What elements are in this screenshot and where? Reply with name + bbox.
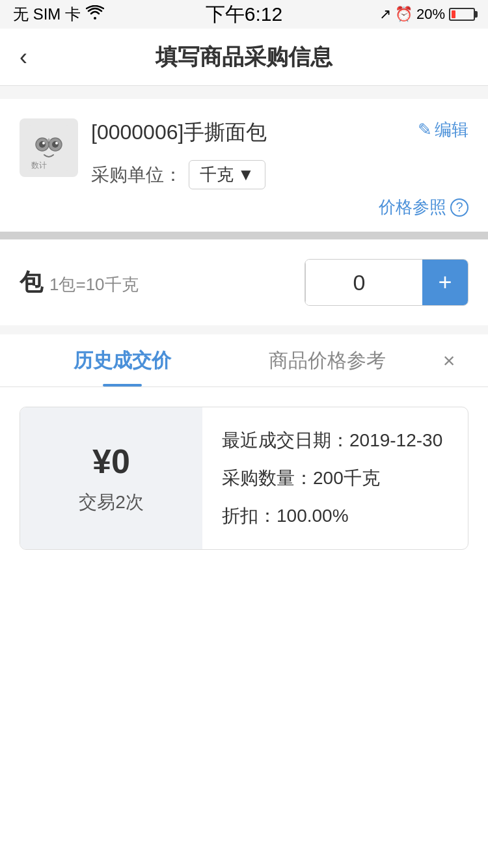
status-time: 下午6:12 bbox=[206, 1, 282, 28]
price-card-left: ¥0 交易2次 bbox=[20, 407, 202, 549]
battery-fill bbox=[452, 10, 455, 18]
product-left: 数计 [0000006]手撕面包 采购单位： 千克 ▼ bbox=[20, 118, 267, 189]
unit-dropdown[interactable]: 千克 ▼ bbox=[189, 160, 265, 189]
page-title: 填写商品采购信息 bbox=[156, 42, 332, 72]
quantity-plus-button[interactable]: + bbox=[422, 260, 468, 305]
gray-divider bbox=[0, 232, 488, 239]
quantity-unit-conversion: 1包=10千克 bbox=[49, 273, 139, 296]
discount-label: 折扣： bbox=[222, 506, 277, 526]
status-left: 无 SIM 卡 bbox=[13, 4, 104, 25]
status-right: ↗ ⏰ 20% bbox=[379, 6, 475, 23]
product-top-row: 数计 [0000006]手撕面包 采购单位： 千克 ▼ ✎ 编辑 bbox=[20, 118, 468, 189]
svg-point-3 bbox=[39, 141, 46, 148]
carrier-text: 无 SIM 卡 bbox=[13, 4, 81, 25]
quantity-unit-big: 包 bbox=[20, 267, 43, 299]
purchase-quantity-row: 采购数量：200千克 bbox=[222, 465, 448, 492]
back-button[interactable]: ‹ bbox=[20, 44, 27, 71]
recent-date-row: 最近成交日期：2019-12-30 bbox=[222, 427, 448, 454]
svg-point-5 bbox=[42, 142, 45, 144]
edit-icon: ✎ bbox=[418, 120, 432, 140]
recent-date-value: 2019-12-30 bbox=[349, 430, 442, 450]
price-amount: ¥0 bbox=[92, 442, 130, 481]
tab-bar: 历史成交价 商品价格参考 × bbox=[0, 334, 488, 387]
product-info: [0000006]手撕面包 采购单位： 千克 ▼ bbox=[91, 118, 267, 189]
dropdown-arrow-icon: ▼ bbox=[237, 165, 254, 185]
svg-point-4 bbox=[52, 141, 59, 148]
edit-button[interactable]: ✎ 编辑 bbox=[418, 118, 468, 141]
quantity-control: + bbox=[305, 259, 468, 306]
tab-close-button[interactable]: × bbox=[429, 334, 468, 387]
product-name: [0000006]手撕面包 bbox=[91, 118, 267, 147]
price-card: ¥0 交易2次 最近成交日期：2019-12-30 采购数量：200千克 折扣：… bbox=[20, 407, 468, 550]
price-ref-row: 价格参照 ? bbox=[20, 196, 468, 219]
edit-label: 编辑 bbox=[435, 118, 468, 141]
price-transactions: 交易2次 bbox=[79, 490, 144, 515]
unit-value: 千克 bbox=[200, 163, 234, 186]
bottom-space bbox=[0, 569, 488, 868]
wifi-icon bbox=[86, 5, 104, 23]
discount-value: 100.00% bbox=[277, 506, 349, 526]
svg-text:数计: 数计 bbox=[31, 161, 47, 170]
battery-icon bbox=[449, 8, 475, 21]
discount-row: 折扣：100.00% bbox=[222, 502, 448, 530]
product-image: 数计 bbox=[20, 118, 78, 177]
quantity-row: 包 1包=10千克 + bbox=[0, 239, 488, 325]
quantity-input[interactable] bbox=[305, 260, 422, 305]
svg-point-6 bbox=[55, 142, 58, 144]
quantity-label: 包 1包=10千克 bbox=[20, 267, 139, 299]
product-unit-row: 采购单位： 千克 ▼ bbox=[91, 160, 267, 189]
alarm-icon: ⏰ bbox=[395, 6, 413, 23]
price-ref-label: 价格参照 bbox=[379, 196, 446, 219]
history-content: ¥0 交易2次 最近成交日期：2019-12-30 采购数量：200千克 折扣：… bbox=[0, 387, 488, 569]
price-ref-button[interactable]: 价格参照 ? bbox=[379, 196, 468, 219]
product-card: 数计 [0000006]手撕面包 采购单位： 千克 ▼ ✎ 编辑 价格参照 bbox=[0, 99, 488, 232]
tab-product-price-ref-label: 商品价格参考 bbox=[269, 347, 386, 374]
quantity-label-text: 采购数量： bbox=[222, 468, 313, 488]
status-bar: 无 SIM 卡 下午6:12 ↗ ⏰ 20% bbox=[0, 0, 488, 29]
price-ref-help-icon: ? bbox=[450, 198, 468, 217]
battery-percent: 20% bbox=[416, 6, 445, 23]
product-logo-icon: 数计 bbox=[26, 125, 72, 170]
location-icon: ↗ bbox=[379, 6, 391, 23]
unit-label: 采购单位： bbox=[91, 163, 182, 187]
tab-history-price[interactable]: 历史成交价 bbox=[20, 334, 224, 387]
tab-product-price-ref[interactable]: 商品价格参考 bbox=[224, 334, 429, 387]
price-card-right: 最近成交日期：2019-12-30 采购数量：200千克 折扣：100.00% bbox=[202, 407, 468, 549]
page-header: ‹ 填写商品采购信息 bbox=[0, 29, 488, 86]
tab-history-price-label: 历史成交价 bbox=[74, 347, 171, 374]
recent-date-label: 最近成交日期： bbox=[222, 430, 349, 450]
quantity-value: 200千克 bbox=[313, 468, 380, 488]
